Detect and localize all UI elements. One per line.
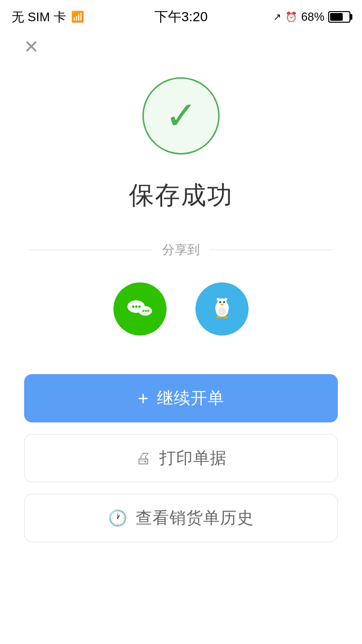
svg-point-16: [218, 308, 226, 315]
svg-point-7: [147, 310, 149, 312]
close-icon: ✕: [24, 38, 39, 56]
wechat-share-button[interactable]: [113, 282, 167, 336]
battery-percent: 68%: [301, 10, 324, 24]
status-left: 无 SIM 卡 📶: [12, 9, 84, 26]
success-icon-circle: ✓: [142, 77, 220, 154]
svg-point-4: [138, 305, 140, 308]
continue-order-label: 继续开单: [157, 387, 224, 409]
close-button[interactable]: ✕: [19, 35, 43, 59]
no-sim-text: 无 SIM 卡: [12, 9, 66, 26]
print-label: 打印单据: [159, 447, 227, 469]
clock-icon: 🕐: [108, 509, 128, 527]
svg-point-17: [216, 316, 221, 319]
status-time: 下午3:20: [154, 8, 208, 26]
continue-order-button[interactable]: + 继续开单: [24, 374, 338, 422]
share-divider-text: 分享到: [153, 241, 209, 258]
print-icon: 🖨: [136, 449, 152, 467]
checkmark-icon: ✓: [165, 97, 197, 135]
alarm-icon: ⏰: [285, 11, 297, 23]
svg-point-12: [220, 301, 221, 302]
svg-point-2: [132, 305, 134, 308]
history-label: 查看销货单历史: [136, 507, 254, 529]
svg-point-5: [142, 310, 144, 312]
plus-icon: +: [138, 389, 149, 407]
divider-line-left: [29, 250, 153, 250]
actions-container: + 继续开单 🖨 打印单据 🕐 查看销货单历史: [0, 374, 362, 542]
divider-line-right: [209, 250, 333, 250]
share-row: [113, 282, 249, 336]
svg-point-3: [135, 305, 138, 308]
status-right: ↗ ⏰ 68%: [273, 10, 350, 24]
battery-indicator: [328, 11, 350, 23]
view-history-button[interactable]: 🕐 查看销货单历史: [24, 494, 338, 542]
location-icon: ↗: [273, 11, 281, 23]
svg-point-20: [224, 298, 227, 301]
qq-share-button[interactable]: [195, 282, 249, 336]
wifi-icon: 📶: [71, 11, 84, 23]
svg-point-13: [223, 301, 224, 302]
print-receipt-button[interactable]: 🖨 打印单据: [24, 434, 338, 482]
svg-point-18: [223, 316, 228, 319]
qq-icon: [208, 294, 237, 323]
svg-point-6: [145, 310, 147, 312]
main-content: ✓ 保存成功 分享到: [0, 29, 362, 542]
share-divider-row: 分享到: [0, 241, 362, 258]
wechat-icon: [125, 294, 156, 325]
status-bar: 无 SIM 卡 📶 下午3:20 ↗ ⏰ 68%: [0, 0, 362, 29]
svg-point-19: [217, 298, 220, 301]
success-title: 保存成功: [129, 179, 233, 212]
